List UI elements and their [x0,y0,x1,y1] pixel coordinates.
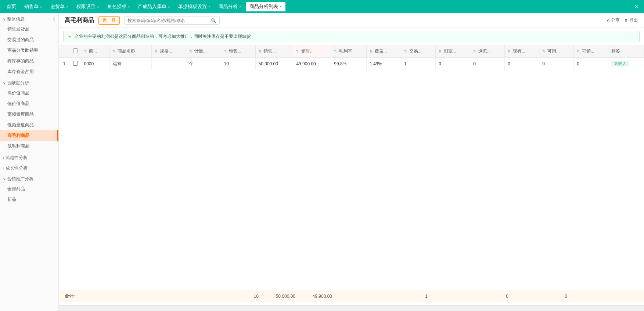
top-navigation: 首页 销售单 × 进货单 × 权限设置 × 角色授权 × 产成品入库单 × 单据… [0,0,644,13]
select-all-checkbox[interactable] [73,48,78,53]
cell-usable: 0 [539,58,574,70]
table-body: 1 0000... 运费 个 10 50,000.00 49,900.00 99… [59,58,644,70]
close-sales-order[interactable]: × [40,5,42,9]
close-all-tabs[interactable]: × [632,2,641,11]
col-usable[interactable]: ⇅ 可用... [539,45,574,58]
cell-tag: 高收入 [608,58,644,70]
nav-role-permission[interactable]: 角色授权 × [104,2,134,11]
header-actions: ⎗ 分享 ⬆ 导出 [607,17,638,23]
content-header: 高毛利商品 近一月 🔍 ⎗ 分享 ⬆ 导出 [59,13,644,28]
sidebar-item-traded-goods[interactable]: 交易过的商品 [0,35,58,45]
sidebar-collapse-btn[interactable]: 《 [50,16,55,23]
nav-home[interactable]: 首页 [3,2,20,11]
search-input[interactable] [127,18,209,23]
close-product-entry[interactable]: × [168,5,170,9]
col-browse2[interactable]: ⇅ 浏览... [470,45,505,58]
sidebar-item-new-goods[interactable]: 新品 [0,194,58,205]
col-unit[interactable]: ⇅ 计量... [186,45,221,58]
close-purchase-order[interactable]: × [66,5,68,9]
close-product-analysis-list[interactable]: × [280,5,282,9]
sidebar-item-goods-analysis[interactable]: 商品分类助销率 [0,45,58,56]
nav-permission-setup[interactable]: 权限设置 × [73,2,103,11]
cell-sales-profit: 49,900.00 [293,58,331,70]
bottom-scrollbar[interactable] [59,305,644,311]
sidebar-item-high-value[interactable]: 高价值商品 [0,88,58,98]
export-button[interactable]: ⬆ 导出 [624,17,638,23]
nav-template-settings[interactable]: 单据模板设置 × [175,2,214,11]
sidebar-item-high-frequency[interactable]: 高频量度商品 [0,109,58,120]
col-sales-qty[interactable]: ⇅ 销售... [221,45,255,58]
footer-summary: 合计: 10 50,000.00 49,900.00 1 0 0 [59,290,644,302]
col-sales-amount[interactable]: ⇅ 销售... [255,45,293,58]
sidebar-item-stocked-goods[interactable]: 有库存的商品 [0,56,58,66]
cell-goods-code: 0000... [81,58,109,70]
col-checkbox [70,45,81,58]
sidebar-item-all-goods[interactable]: 全部商品 [0,184,58,194]
nav-purchase-order[interactable]: 进货单 × [47,2,72,11]
sidebar-item-sales-ranking[interactable]: 销售发货品 [0,24,58,35]
group-arrow-trend: › [3,156,4,160]
nav-product-analysis[interactable]: 商品分析 × [215,2,245,11]
cell-browse2: 0 [470,58,505,70]
info-banner: ✦ 企业的主要的利润都是这部分商品创造的，可考虑加大推广，同时关注库存是不要出现… [63,31,640,42]
share-icon: ⎗ [607,18,609,23]
footer-sellable: 0 [538,294,567,299]
col-coverage[interactable]: ⇅ 覆盖... [367,45,401,58]
close-role-permission[interactable]: × [128,5,130,9]
col-transaction[interactable]: ⇅ 交易... [401,45,436,58]
cell-unit: 个 [186,58,221,70]
cell-sales-amount: 50,000.00 [255,58,293,70]
sidebar-item-low-margin[interactable]: 低毛利商品 [0,141,58,152]
footer-sales-qty: 10 [229,294,259,299]
close-template-settings[interactable]: × [208,5,211,9]
sidebar-group-growth-analysis[interactable]: › 成长性分析 [0,162,58,173]
col-sales-profit[interactable]: ⇅ 销售... [293,45,331,58]
close-permission-setup[interactable]: × [97,5,99,9]
sidebar-item-inventory-funds[interactable]: 库存资金占用 [0,66,58,77]
sidebar-group-overall-info[interactable]: ∨ 整体信息 [0,13,58,24]
col-browse1[interactable]: ⇅ 浏览... [436,45,470,58]
footer-available: 0 [479,294,508,299]
cell-sales-qty: 10 [221,58,255,70]
footer-transaction: 1 [398,294,428,299]
nav-product-analysis-list[interactable]: 商品分析列表 × [246,2,285,11]
footer-label: 合计: [65,293,75,299]
page-title: 高毛利商品 [65,17,94,24]
row-checkbox[interactable] [70,58,81,70]
share-button[interactable]: ⎗ 分享 [607,17,620,23]
row-select-checkbox[interactable] [73,61,78,66]
cell-browse1[interactable]: 0 [436,58,470,70]
sidebar-group-trend-analysis[interactable]: › 流趋性分析 [0,152,58,162]
col-num [59,45,70,58]
nav-product-entry[interactable]: 产成品入库单 × [134,2,174,11]
col-gross-margin[interactable]: ⇅ 毛利率 [331,45,367,58]
filter-month-btn[interactable]: 近一月 [98,16,120,25]
col-available[interactable]: ⇅ 现有... [505,45,539,58]
col-goods-name[interactable]: ⇅ 商品名称 [109,45,151,58]
search-icon[interactable]: 🔍 [211,18,216,23]
cell-coverage: 1.49% [367,58,401,70]
sidebar-item-low-frequency[interactable]: 低频量度商品 [0,120,58,130]
search-box: 🔍 [124,17,220,25]
col-goods-code[interactable]: ⇅ 商... [81,45,109,58]
footer-sales-amount: 50,000.00 [266,294,295,299]
sidebar-item-high-margin[interactable]: 高毛利商品 [0,130,58,141]
tag-badge: 高收入 [611,61,629,66]
cell-transaction: 1 [401,58,436,70]
sidebar-group-marketing-analysis[interactable]: ∨ 营销推广分析 [0,173,58,184]
table-header-row: ⇅ 商... ⇅ 商品名称 ⇅ 规格... ⇅ [59,45,644,58]
sidebar-group-wealth-analysis[interactable]: ∨ 贡献度分析 [0,77,58,88]
footer-sales-profit: 49,900.00 [303,294,332,299]
content-area: 高毛利商品 近一月 🔍 ⎗ 分享 ⬆ 导出 ✦ 企业的主要的利润都是这部分商品创… [59,13,644,311]
table-row: 1 0000... 运费 个 10 50,000.00 49,900.00 99… [59,58,644,70]
col-spec[interactable]: ⇅ 规格... [152,45,186,58]
nav-sales-order[interactable]: 销售单 × [21,2,46,11]
col-sellable[interactable]: ⇅ 可销... [574,45,608,58]
table-container: ⇅ 商... ⇅ 商品名称 ⇅ 规格... ⇅ [59,45,644,296]
sidebar: 《 ∨ 整体信息 销售发货品 交易过的商品 商品分类助销率 有库存的商品 库存资… [0,13,59,311]
close-product-analysis[interactable]: × [239,5,241,9]
main-layout: 《 ∨ 整体信息 销售发货品 交易过的商品 商品分类助销率 有库存的商品 库存资… [0,13,644,311]
cell-available: 0 [505,58,539,70]
row-num: 1 [59,58,70,70]
sidebar-item-low-value[interactable]: 低价值商品 [0,98,58,109]
